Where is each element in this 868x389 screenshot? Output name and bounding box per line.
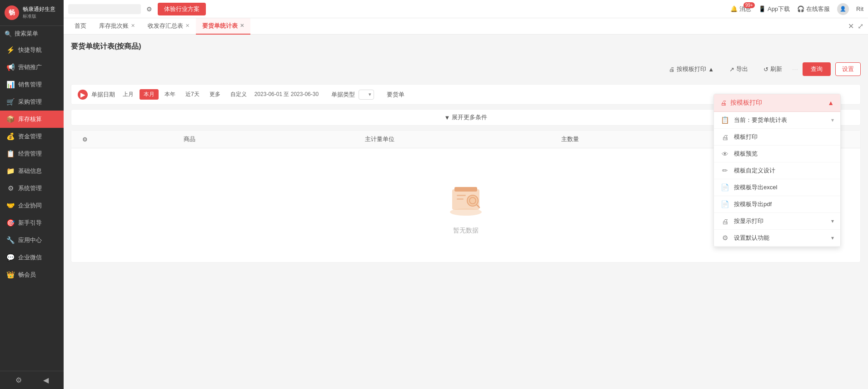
dropdown-item-template-preview[interactable]: 👁 模板预览 (714, 146, 840, 162)
dropdown-header-icon: 🖨 (720, 99, 727, 106)
expand-more-btn[interactable]: ▼ 展开更多条件 (444, 113, 488, 121)
query-btn[interactable]: 查询 (803, 62, 831, 76)
sidebar-collapse-btn[interactable]: ◀ (43, 376, 49, 384)
tab-order-stats[interactable]: 要货单统计表 ✕ (196, 18, 250, 35)
online-service-btn[interactable]: 🎧 在线客服 (797, 5, 830, 13)
notification-icon: 🔔 (730, 5, 738, 12)
print-arrow-icon: ▲ (708, 66, 714, 73)
user-avatar[interactable]: 👤 (837, 3, 849, 15)
trial-btn[interactable]: 体验行业方案 (158, 3, 206, 15)
app-center-icon: 🔧 (6, 236, 15, 244)
dropdown-display-print[interactable]: 🖨 按显示打印 ▾ (714, 213, 840, 230)
print-btn[interactable]: 🖨 按模板打印 ▲ (663, 63, 719, 76)
tab-batch-account[interactable]: 库存批次账 ✕ (93, 18, 141, 35)
close-window-btn[interactable]: ✕ (848, 22, 854, 30)
set-default-icon: ⚙ (720, 234, 729, 242)
sidebar-item-label: 采购管理 (18, 98, 42, 106)
sidebar-item-enterprise-wechat[interactable]: 💬 企业微信 (0, 249, 64, 266)
date-btn-custom[interactable]: 自定义 (226, 89, 251, 100)
tab-collection-summary[interactable]: 收发存汇总表 ✕ (141, 18, 196, 35)
topbar: ⚙ 体验行业方案 🔔 消息 99+ 📱 App下载 🎧 在线客服 👤 Rit (64, 0, 868, 18)
sidebar-item-marketing[interactable]: 📢 营销推广 (0, 59, 64, 76)
display-print-left: 🖨 按显示打印 (720, 217, 763, 225)
template-print-label: 模板打印 (734, 133, 758, 141)
app-download-label: App下载 (768, 5, 790, 13)
cargo-label: 要货单 (387, 91, 404, 99)
col-quantity: 主数量 (475, 131, 665, 148)
tab-order-stats-close[interactable]: ✕ (240, 23, 244, 29)
tab-batch-account-close[interactable]: ✕ (131, 23, 135, 29)
maximize-window-btn[interactable]: ⤢ (858, 22, 863, 30)
dropdown-item-template-custom[interactable]: ✏ 模板自定义设计 (714, 162, 840, 179)
col-settings[interactable]: ⚙ (76, 131, 94, 147)
dropdown-item-export-excel[interactable]: 📄 按模板导出excel (714, 179, 840, 196)
date-btn-last-month[interactable]: 上月 (119, 89, 138, 100)
dropdown-item-template-print[interactable]: 🖨 模板打印 (714, 129, 840, 146)
sidebar-item-enterprise[interactable]: 🤝 企业协同 (0, 197, 64, 214)
template-custom-icon: ✏ (720, 167, 729, 175)
app-download-btn[interactable]: 📱 App下载 (758, 5, 790, 13)
sidebar-item-label: 企业协同 (18, 202, 42, 210)
sidebar-item-label: 畅会员 (18, 271, 36, 279)
sidebar-item-label: 销售管理 (18, 81, 42, 89)
topbar-gear-icon[interactable]: ⚙ (145, 4, 154, 15)
export-label: 导出 (736, 65, 748, 73)
sidebar: 畅 畅康通好生意 标准版 🔍 搜索菜单 ⚡ 快捷导航 📢 营销推广 📊 销售管理… (0, 0, 64, 389)
refresh-btn[interactable]: ↺ 刷新 (758, 63, 788, 76)
system-icon: ⚙ (6, 184, 15, 192)
sidebar-item-quick-nav[interactable]: ⚡ 快捷导航 (0, 41, 64, 59)
topbar-search-input[interactable] (68, 4, 141, 14)
sales-icon: 📊 (6, 81, 15, 89)
date-btn-more[interactable]: 更多 (205, 89, 224, 100)
current-label: 当前：要货单统计表 (734, 116, 787, 124)
svg-rect-7 (457, 198, 464, 200)
set-default-label: 设置默认功能 (734, 234, 769, 242)
settings-btn[interactable]: 设置 (835, 62, 861, 76)
svg-rect-2 (454, 187, 477, 192)
type-select-wrap (359, 90, 374, 100)
sidebar-item-membership[interactable]: 👑 畅会员 (0, 266, 64, 283)
operation-icon: 📋 (6, 150, 15, 158)
refresh-icon: ↺ (763, 66, 768, 73)
inventory-icon: 📦 (6, 115, 15, 123)
dropdown-item-export-pdf[interactable]: 📄 按模板导出pdf (714, 196, 840, 213)
sidebar-item-label: 应用中心 (18, 236, 42, 244)
date-btn-7days[interactable]: 近7天 (181, 89, 204, 100)
dropdown-set-default[interactable]: ⚙ 设置默认功能 ▾ (714, 230, 840, 247)
sidebar-item-basic[interactable]: 📁 基础信息 (0, 162, 64, 180)
sidebar-item-newbie[interactable]: 🎯 新手引导 (0, 214, 64, 232)
dropdown-current-template[interactable]: 📋 当前：要货单统计表 ▾ (714, 112, 840, 129)
date-btn-this-year[interactable]: 本年 (160, 89, 180, 100)
phone-icon: 📱 (758, 5, 766, 12)
display-print-label: 按显示打印 (734, 217, 763, 225)
notification-btn[interactable]: 🔔 消息 99+ (730, 5, 751, 13)
sidebar-item-finance[interactable]: 💰 资金管理 (0, 128, 64, 145)
username-label: Rit (856, 5, 863, 12)
sidebar-item-purchase[interactable]: 🛒 采购管理 (0, 93, 64, 111)
date-btn-this-month[interactable]: 本月 (140, 89, 159, 100)
sidebar-item-app-center[interactable]: 🔧 应用中心 (0, 232, 64, 249)
date-options: 上月 本月 本年 近7天 更多 自定义 (119, 89, 251, 100)
sidebar-item-label: 企业微信 (18, 253, 42, 262)
tab-order-stats-label: 要货单统计表 (202, 22, 238, 30)
date-label: 单据日期 (91, 91, 115, 99)
print-dropdown: 🖨 按模板打印 ▲ 📋 当前：要货单统计表 ▾ 🖨 模板打印 👁 模板预览 (713, 94, 841, 247)
membership-icon: 👑 (6, 271, 15, 279)
sidebar-item-inventory[interactable]: 📦 库存核算 (0, 111, 64, 128)
export-pdf-icon: 📄 (720, 200, 729, 208)
export-btn[interactable]: ↗ 导出 (724, 63, 753, 76)
sidebar-item-operation[interactable]: 📋 经营管理 (0, 145, 64, 162)
quick-nav-icon: ⚡ (6, 46, 15, 54)
main-content: ⚙ 体验行业方案 🔔 消息 99+ 📱 App下载 🎧 在线客服 👤 Rit 首… (64, 0, 868, 389)
template-print-icon: 🖨 (720, 133, 729, 141)
dropdown-close-arrow[interactable]: ▲ (828, 99, 834, 106)
tab-home[interactable]: 首页 (68, 18, 93, 35)
tab-collection-close[interactable]: ✕ (185, 23, 190, 29)
sidebar-settings-btn[interactable]: ⚙ (15, 376, 22, 384)
logo-text: 畅康通好生意 (23, 6, 55, 13)
sidebar-item-system[interactable]: ⚙ 系统管理 (0, 180, 64, 197)
type-select[interactable] (359, 90, 374, 100)
sidebar-item-sales[interactable]: 📊 销售管理 (0, 76, 64, 93)
filter-expand-btn[interactable]: ▶ (78, 90, 88, 100)
sidebar-search[interactable]: 🔍 搜索菜单 (0, 26, 64, 41)
